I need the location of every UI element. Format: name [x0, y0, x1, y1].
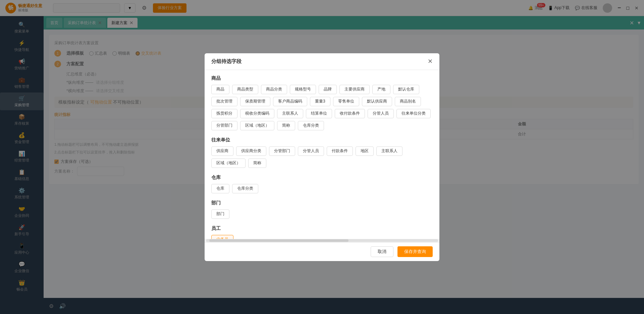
field-tag[interactable]: 主联系人 — [277, 109, 303, 118]
section-product: 商品 商品 商品类型 商品分类 规格型号 品牌 主要供应商 产地 默认仓库 批次… — [211, 75, 433, 130]
modal-horizontal-scrollbar[interactable] — [205, 239, 439, 242]
field-tag[interactable]: 重量3 — [310, 97, 330, 106]
field-tag[interactable]: 分管部门 — [211, 121, 237, 130]
section-department: 部门 部门 — [211, 200, 433, 219]
section-product-title: 商品 — [211, 75, 433, 81]
field-tag[interactable]: 收付款条件 — [335, 109, 365, 118]
field-tag[interactable]: 商品别名 — [395, 97, 421, 106]
field-tag[interactable]: 产地 — [372, 85, 390, 94]
field-tag[interactable]: 拣货积分 — [211, 109, 237, 118]
field-tag-employee[interactable]: 业务员 — [211, 235, 233, 239]
field-tag[interactable]: 仓库分类 — [232, 184, 258, 193]
field-tag[interactable]: 批次管理 — [211, 97, 237, 106]
modal-title: 分组待选字段 — [211, 58, 241, 65]
field-tag[interactable]: 主联系人 — [376, 146, 402, 156]
modal-footer: 取消 保存并查询 — [205, 242, 439, 261]
field-tag[interactable]: 品牌 — [319, 85, 337, 94]
section-department-tags: 部门 — [211, 209, 433, 219]
section-employee-tags: 业务员 — [211, 235, 433, 239]
field-tag[interactable]: 商品类型 — [232, 85, 258, 94]
section-warehouse-tags: 仓库 仓库分类 — [211, 184, 433, 193]
field-tag[interactable]: 地区 — [356, 146, 374, 156]
field-tag[interactable]: 主要供应商 — [339, 85, 370, 94]
field-tag[interactable]: 仓库 — [211, 184, 229, 193]
field-tag[interactable]: 结算单位 — [306, 109, 332, 118]
save-query-button[interactable]: 保存并查询 — [397, 246, 433, 257]
field-tag[interactable]: 税收分类编码 — [240, 109, 274, 118]
section-employee-title: 员工 — [211, 226, 433, 232]
section-partner-tags: 供应商 供应商分类 分管部门 分管人员 付款条件 地区 主联系人 区域（地区） … — [211, 146, 433, 168]
field-tag[interactable]: 付款条件 — [327, 146, 353, 156]
field-tag[interactable]: 保质期管理 — [240, 97, 270, 106]
section-department-title: 部门 — [211, 200, 433, 206]
field-tag[interactable]: 区域（地区） — [240, 121, 274, 130]
field-tag[interactable]: 区域（地区） — [211, 159, 246, 168]
modal-close-button[interactable]: ✕ — [428, 58, 433, 65]
field-tag[interactable]: 默认供应商 — [362, 97, 392, 106]
section-employee: 员工 业务员 — [211, 226, 433, 239]
modal-header: 分组待选字段 ✕ — [205, 53, 439, 70]
field-tag[interactable]: 默认仓库 — [393, 85, 419, 94]
field-tag[interactable]: 客户商品编码 — [273, 97, 307, 106]
field-tag[interactable]: 商品分类 — [261, 85, 287, 94]
section-warehouse-title: 仓库 — [211, 175, 433, 181]
field-tag[interactable]: 供应商分类 — [236, 146, 266, 156]
field-tag[interactable]: 商品 — [211, 85, 229, 94]
scroll-thumb-horizontal[interactable] — [209, 239, 348, 242]
field-tag[interactable]: 规格型号 — [290, 85, 316, 94]
field-tag[interactable]: 往来单位分类 — [396, 109, 431, 118]
field-tag[interactable]: 分管人员 — [368, 109, 394, 118]
field-tag[interactable]: 简称 — [248, 159, 266, 168]
field-tag[interactable]: 简称 — [277, 121, 295, 130]
field-select-modal: 分组待选字段 ✕ 商品 商品 商品类型 商品分类 规格型号 品牌 主要供应商 产… — [205, 53, 439, 261]
field-tag[interactable]: 分管部门 — [269, 146, 295, 156]
field-tag[interactable]: 部门 — [211, 209, 229, 219]
section-warehouse: 仓库 仓库 仓库分类 — [211, 175, 433, 193]
field-tag[interactable]: 供应商 — [211, 146, 233, 156]
field-tag[interactable]: 仓库分类 — [298, 121, 324, 130]
field-tag[interactable]: 零售单位 — [333, 97, 359, 106]
section-partner: 往来单位 供应商 供应商分类 分管部门 分管人员 付款条件 地区 主联系人 区域… — [211, 137, 433, 168]
section-partner-title: 往来单位 — [211, 137, 433, 143]
field-tag[interactable]: 分管人员 — [298, 146, 324, 156]
scroll-track-horizontal — [206, 239, 438, 242]
section-product-tags: 商品 商品类型 商品分类 规格型号 品牌 主要供应商 产地 默认仓库 批次管理 … — [211, 85, 433, 130]
cancel-button[interactable]: 取消 — [371, 246, 393, 257]
modal-overlay: 分组待选字段 ✕ 商品 商品 商品类型 商品分类 规格型号 品牌 主要供应商 产… — [0, 0, 644, 314]
modal-body: 商品 商品 商品类型 商品分类 规格型号 品牌 主要供应商 产地 默认仓库 批次… — [205, 70, 439, 239]
